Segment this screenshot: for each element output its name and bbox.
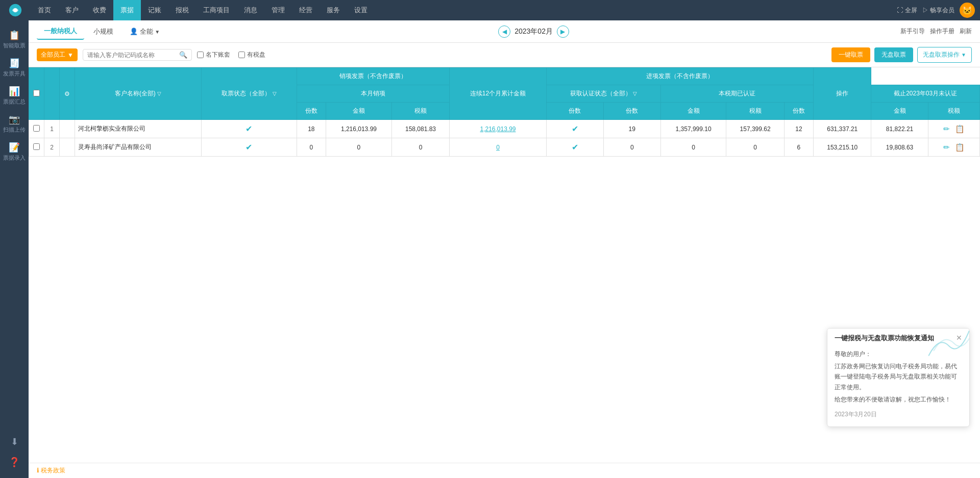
row-number: 2 xyxy=(44,138,60,157)
nav-service[interactable]: 服务 xyxy=(320,0,347,20)
row-customer: 河北柯擎枥实业有限公司 xyxy=(75,120,202,138)
row-uncert-amount: 631,337.21 xyxy=(814,120,871,138)
employee-select-label: 全部员工 xyxy=(41,51,65,59)
info-icon: ℹ xyxy=(37,467,39,474)
nav-customer[interactable]: 客户 xyxy=(58,0,86,20)
smart-ticket-icon: 📋 xyxy=(9,30,20,41)
row-actions: ✏ 📋 xyxy=(928,138,979,157)
filter-icon[interactable]: ▽ xyxy=(633,91,637,96)
th-sales-tax: 税额 xyxy=(391,103,449,120)
footer: ℹ 税务政策 xyxy=(29,463,980,478)
checkbox-tax-disk[interactable]: 有税盘 xyxy=(238,51,265,59)
sidebar-item-invoice-entry[interactable]: 📝 票据录入 xyxy=(0,138,29,166)
status-check-icon: ✔ xyxy=(246,143,252,152)
notification-popup: 一键报税与无盘取票功能恢复通知 ✕ 尊敬的用户： 江苏政务网已恢复访问电子税务局… xyxy=(827,328,970,427)
nav-operation[interactable]: 经营 xyxy=(292,0,320,20)
th-purchase-amount: 金额 xyxy=(660,103,726,120)
all-icon: 👤 xyxy=(130,28,138,35)
row-checkbox-cell xyxy=(29,138,44,157)
th-current-period: 本税期已认证 xyxy=(660,85,813,103)
edit-icon[interactable]: ✏ xyxy=(943,124,950,133)
nav-tax[interactable]: 报税 xyxy=(168,0,196,20)
refresh-link[interactable]: 刷新 xyxy=(960,27,972,36)
nav-business[interactable]: 工商项目 xyxy=(196,0,237,20)
detail-icon[interactable]: 📋 xyxy=(955,124,965,133)
next-month-button[interactable]: ▶ xyxy=(557,26,569,38)
nav-invoice[interactable]: 票据 xyxy=(113,0,141,20)
tab-general-taxpayer[interactable]: 一般纳税人 xyxy=(37,23,84,40)
search-icon[interactable]: 🔍 xyxy=(179,51,187,59)
row-cert-status: ✔ xyxy=(546,138,603,157)
nav-fee[interactable]: 收费 xyxy=(86,0,113,20)
sidebar-item-invoice-summary[interactable]: 📊 票据汇总 xyxy=(0,82,29,110)
sidebar-item-smart-ticket[interactable]: 📋 智能取票 xyxy=(0,26,29,54)
one-click-ticket-button[interactable]: 一键取票 xyxy=(831,47,870,62)
top-navigation: 首页 客户 收费 票据 记账 报税 工商项目 消息 管理 经营 服务 设置 ⛶ … xyxy=(0,0,980,20)
tax-policy-link[interactable]: 税务政策 xyxy=(41,467,65,474)
dropdown-icon: ▼ xyxy=(67,52,74,59)
invoice-entry-icon: 📝 xyxy=(9,142,20,153)
nav-items: 首页 客户 收费 票据 记账 报税 工商项目 消息 管理 经营 服务 设置 xyxy=(31,0,897,20)
th-settings: ⚙ xyxy=(60,68,75,120)
table-row: 1 河北柯擎枥实业有限公司 ✔ 18 1,216,013.99 158,081.… xyxy=(29,120,980,138)
search-input[interactable] xyxy=(87,52,179,59)
popup-body: 尊敬的用户： 江苏政务网已恢复访问电子税务局功能，易代账一键登陆电子税务局与无盘… xyxy=(827,346,969,426)
member-btn[interactable]: ▷ 畅享会员 xyxy=(922,6,954,15)
nav-settings[interactable]: 设置 xyxy=(347,0,375,20)
nav-home[interactable]: 首页 xyxy=(31,0,58,20)
row-status: ✔ xyxy=(202,138,297,157)
sidebar-item-label: 票据汇总 xyxy=(3,98,26,106)
tab-bar-right: 新手引导 操作手册 刷新 xyxy=(900,27,972,36)
row-settings xyxy=(60,120,75,138)
fullscreen-btn[interactable]: ⛶ 全屏 xyxy=(897,6,917,15)
search-box: 🔍 xyxy=(83,49,192,61)
select-all-checkbox[interactable] xyxy=(33,90,40,96)
nav-manage[interactable]: 管理 xyxy=(264,0,292,20)
tab-small-scale[interactable]: 小规模 xyxy=(86,24,120,39)
popup-content: 江苏政务网已恢复访问电子税务局功能，易代账一键登陆电子税务局与无盘取票相关功能可… xyxy=(835,361,962,392)
chevron-down-icon: ▼ xyxy=(155,29,160,35)
nav-message[interactable]: 消息 xyxy=(237,0,264,20)
th-uncertified: 截止2023年03月未认证 xyxy=(871,85,980,103)
row-sales-count: 18 xyxy=(297,120,326,138)
th-cumulative: 连续12个月累计金额 xyxy=(450,68,547,120)
tab-all[interactable]: 👤 全能 ▼ xyxy=(122,24,167,39)
th-index xyxy=(44,68,60,120)
new-guide-link[interactable]: 新手引导 xyxy=(900,27,925,36)
th-purchase-count: 份数 xyxy=(603,103,660,120)
employee-select[interactable]: 全部员工 ▼ xyxy=(37,48,78,61)
sidebar-item-download[interactable]: ⬇ xyxy=(0,432,29,452)
th-cert-status: 获取认证状态（全部） ▽ xyxy=(546,85,660,103)
no-disk-operation-button[interactable]: 无盘取票操作 ▼ xyxy=(917,47,972,63)
app-logo xyxy=(5,0,26,20)
edit-icon[interactable]: ✏ xyxy=(943,143,950,152)
row-customer: 灵寿县尚泽矿产品有限公司 xyxy=(75,138,202,157)
checkbox-group: 名下账套 有税盘 xyxy=(197,51,265,59)
nav-accounting[interactable]: 记账 xyxy=(141,0,168,20)
checkbox-own-account[interactable]: 名下账套 xyxy=(197,51,230,59)
manual-link[interactable]: 操作手册 xyxy=(930,27,954,36)
invoice-table: ⚙ 客户名称(全部) ▽ 取票状态（全部） ▽ 销项发票（不含作废票） 连续12… xyxy=(29,67,980,157)
row-checkbox[interactable] xyxy=(33,125,40,132)
sidebar-item-scan-upload[interactable]: 📷 扫描上传 xyxy=(0,110,29,138)
th-purchase-group: 进项发票（不含作废票） xyxy=(546,68,813,85)
filter-icon[interactable]: ▽ xyxy=(157,91,161,96)
row-uncert-count: 6 xyxy=(784,138,813,157)
sidebar-item-invoice-open[interactable]: 🧾 发票开具 xyxy=(0,54,29,82)
user-avatar[interactable]: 🐱 xyxy=(960,3,975,18)
filter-icon[interactable]: ▽ xyxy=(273,91,277,96)
tab-bar-center: ◀ 2023年02月 ▶ xyxy=(169,26,898,38)
prev-month-button[interactable]: ◀ xyxy=(498,26,510,38)
detail-icon[interactable]: 📋 xyxy=(955,143,965,152)
row-number: 1 xyxy=(44,120,60,138)
row-actions: ✏ 📋 xyxy=(928,120,979,138)
no-disk-ticket-button[interactable]: 无盘取票 xyxy=(874,47,913,62)
sidebar-item-label: 发票开具 xyxy=(3,70,26,78)
row-uncert-count: 12 xyxy=(784,120,813,138)
row-purchase-amount: 0 xyxy=(660,138,726,157)
th-actions-header: 操作 xyxy=(814,68,871,120)
row-checkbox[interactable] xyxy=(33,143,40,150)
row-cert-status: ✔ xyxy=(546,120,603,138)
sidebar-item-label: 扫描上传 xyxy=(3,126,26,134)
sidebar-item-help[interactable]: ❓ xyxy=(0,452,29,473)
